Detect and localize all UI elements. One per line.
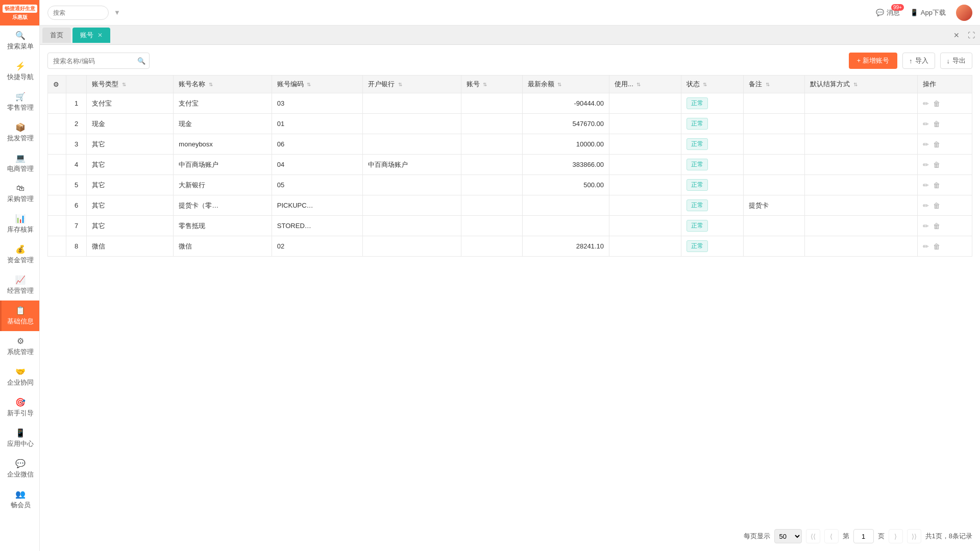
sidebar-item-purchase-mgmt[interactable]: 🛍 采购管理 — [0, 179, 39, 209]
page-next-button[interactable]: ⟩ — [889, 529, 903, 543]
sidebar-item-ecommerce-mgmt[interactable]: 💻 电商管理 — [0, 148, 39, 179]
global-search-input[interactable] — [47, 6, 109, 20]
sidebar-item-member[interactable]: 👥 畅会员 — [0, 484, 39, 515]
edit-icon[interactable]: ✏ — [923, 99, 929, 108]
row-usage-cell — [609, 114, 681, 134]
tab-close-all-button[interactable]: ✕ — [950, 29, 963, 41]
row-default-settlement-cell — [805, 236, 918, 257]
delete-icon[interactable]: 🗑 — [933, 120, 940, 128]
ecommerce-mgmt-icon: 💻 — [15, 153, 26, 163]
col-default-settlement[interactable]: 默认结算方式 ⇅ — [805, 76, 918, 93]
row-actions-cell: ✏ 🗑 — [918, 114, 972, 134]
per-page-select[interactable]: 50 100 200 — [774, 529, 802, 543]
col-settings[interactable]: ⚙ — [48, 76, 66, 93]
col-usage[interactable]: 使用... ⇅ — [609, 76, 681, 93]
member-icon: 👥 — [15, 489, 26, 499]
row-default-settlement-cell — [805, 93, 918, 114]
export-button-label: 导出 — [952, 56, 966, 65]
sidebar-item-basic-info[interactable]: 📋 基础信息 — [0, 300, 39, 331]
row-type-cell: 其它 — [87, 175, 174, 195]
row-num-cell: 6 — [66, 195, 87, 216]
sidebar: 畅捷通好生意 乐惠版 🔍 搜索菜单 ⚡ 快捷导航 🛒 零售管理 📦 批发管理 💻… — [0, 0, 40, 551]
col-name[interactable]: 账号名称 ⇅ — [174, 76, 272, 93]
col-remark[interactable]: 备注 ⇅ — [744, 76, 805, 93]
sidebar-item-enterprise-agreement-label: 企业协同 — [7, 378, 34, 387]
row-name-cell: 大新银行 — [174, 175, 272, 195]
edit-icon[interactable]: ✏ — [923, 140, 929, 148]
user-avatar[interactable] — [956, 5, 972, 21]
sidebar-item-app-center[interactable]: 📱 应用中心 — [0, 423, 39, 454]
app-center-icon: 📱 — [15, 428, 26, 438]
sidebar-item-quick-nav-label: 快捷导航 — [7, 72, 34, 82]
sidebar-item-inventory[interactable]: 📊 库存核算 — [0, 209, 39, 239]
edit-icon[interactable]: ✏ — [923, 202, 929, 210]
tab-account-close-icon[interactable]: ✕ — [97, 32, 103, 39]
sidebar-item-operations-mgmt[interactable]: 📈 经营管理 — [0, 270, 39, 300]
delete-icon[interactable]: 🗑 — [933, 140, 940, 148]
edit-icon[interactable]: ✏ — [923, 242, 929, 251]
tab-home[interactable]: 首页 — [42, 28, 71, 43]
sidebar-item-operations-mgmt-label: 经营管理 — [7, 286, 34, 295]
row-balance-cell: 10000.00 — [522, 134, 609, 155]
search-icon[interactable]: 🔍 — [137, 57, 145, 65]
sidebar-item-enterprise-agreement[interactable]: 🤝 企业协同 — [0, 362, 39, 392]
page-number-input[interactable] — [853, 529, 874, 543]
page-prev-button[interactable]: ⟨ — [824, 529, 839, 543]
edit-icon[interactable]: ✏ — [923, 222, 929, 230]
col-account[interactable]: 账号 ⇅ — [461, 76, 522, 93]
delete-icon[interactable]: 🗑 — [933, 242, 940, 251]
row-remark-cell — [744, 236, 805, 257]
col-bank[interactable]: 开户银行 ⇅ — [363, 76, 461, 93]
sidebar-item-search-menu[interactable]: 🔍 搜索菜单 — [0, 26, 39, 56]
col-status[interactable]: 状态 ⇅ — [681, 76, 743, 93]
delete-icon[interactable]: 🗑 — [933, 161, 940, 169]
export-icon: ↓ — [947, 57, 950, 65]
col-code[interactable]: 账号编码 ⇅ — [272, 76, 362, 93]
delete-icon[interactable]: 🗑 — [933, 181, 940, 189]
edit-icon[interactable]: ✏ — [923, 120, 929, 128]
row-num-cell: 7 — [66, 216, 87, 236]
delete-icon[interactable]: 🗑 — [933, 99, 940, 108]
content-area: 🔍 + 新增账号 ↑ 导入 ↓ 导出 ⚙ — [40, 45, 980, 551]
sidebar-item-system-mgmt[interactable]: ⚙ 系统管理 — [0, 331, 39, 362]
add-account-button[interactable]: + 新增账号 — [849, 53, 897, 69]
delete-icon[interactable]: 🗑 — [933, 202, 940, 210]
tab-fullscreen-button[interactable]: ⛶ — [965, 29, 977, 41]
sidebar-item-quick-nav[interactable]: ⚡ 快捷导航 — [0, 56, 39, 87]
edit-icon[interactable]: ✏ — [923, 161, 929, 169]
row-default-settlement-cell — [805, 175, 918, 195]
row-default-settlement-cell — [805, 216, 918, 236]
app-download-button[interactable]: 📱 App下载 — [910, 8, 946, 17]
message-button[interactable]: 💬 消息 99+ — [876, 8, 900, 17]
app-logo: 畅捷通好生意 乐惠版 — [0, 0, 39, 26]
top-header: ▼ 💬 消息 99+ 📱 App下载 — [40, 0, 980, 26]
import-button[interactable]: ↑ 导入 — [902, 53, 935, 69]
row-type-cell: 其它 — [87, 216, 174, 236]
sidebar-item-retail-mgmt[interactable]: 🛒 零售管理 — [0, 87, 39, 117]
row-bank-cell — [363, 236, 461, 257]
row-type-cell: 微信 — [87, 236, 174, 257]
sidebar-item-enterprise-wechat[interactable]: 💬 企业微信 — [0, 454, 39, 484]
sidebar-item-purchase-mgmt-label: 采购管理 — [7, 194, 34, 204]
edit-icon[interactable]: ✏ — [923, 181, 929, 189]
purchase-mgmt-icon: 🛍 — [16, 184, 24, 193]
sidebar-item-new-guide[interactable]: 🎯 新手引导 — [0, 392, 39, 423]
tab-account[interactable]: 账号 ✕ — [72, 28, 110, 43]
status-badge: 正常 — [687, 138, 708, 150]
row-actions-cell: ✏ 🗑 — [918, 134, 972, 155]
row-settings-cell — [48, 195, 66, 216]
table-row: 4 其它 中百商场账户 04 中百商场账户 383866.00 正常 ✏ 🗑 — [48, 155, 972, 175]
row-account-cell — [461, 175, 522, 195]
col-type[interactable]: 账号类型 ⇅ — [87, 76, 174, 93]
col-balance[interactable]: 最新余额 ⇅ — [522, 76, 609, 93]
page-first-button[interactable]: ⟨⟨ — [806, 529, 820, 543]
page-last-button[interactable]: ⟩⟩ — [907, 529, 921, 543]
sidebar-item-wholesale-mgmt[interactable]: 📦 批发管理 — [0, 117, 39, 148]
row-remark-cell — [744, 155, 805, 175]
row-account-cell — [461, 236, 522, 257]
account-search-input[interactable] — [47, 53, 150, 69]
sidebar-item-basic-info-label: 基础信息 — [7, 317, 34, 326]
delete-icon[interactable]: 🗑 — [933, 222, 940, 230]
sidebar-item-finance-mgmt[interactable]: 💰 资金管理 — [0, 239, 39, 270]
export-button[interactable]: ↓ 导出 — [940, 53, 973, 69]
